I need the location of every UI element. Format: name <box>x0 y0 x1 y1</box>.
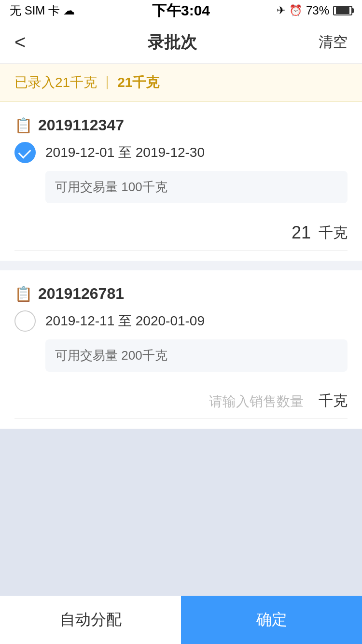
batch-1-row[interactable]: 2019-12-01 至 2019-12-30 <box>14 142 348 163</box>
batch-1-quantity-unit: 千克 <box>319 223 348 243</box>
batch-item-1: 📋 2019112347 2019-12-01 至 2019-12-30 可用交… <box>0 102 362 261</box>
confirm-button[interactable]: 确定 <box>181 596 362 644</box>
batch-2-input-row: 千克 <box>0 381 362 411</box>
recorded-value: 21千克 <box>117 73 159 92</box>
bottom-bar: 自动分配 确定 <box>0 596 362 644</box>
batch-1-id: 2019112347 <box>38 116 124 134</box>
status-right: ✈ ⏰ 73% <box>277 4 352 17</box>
auto-distribute-button[interactable]: 自动分配 <box>0 596 181 644</box>
back-button[interactable]: < <box>14 31 26 53</box>
batch-1-date: 2019-12-01 至 2019-12-30 <box>45 143 205 162</box>
location-icon: ✈ <box>277 4 285 17</box>
batch-2-quantity-input[interactable] <box>166 392 311 410</box>
batch-2-quota: 可用交易量 200千克 <box>45 339 348 372</box>
banner-divider <box>107 76 108 89</box>
section-separator <box>0 261 362 270</box>
batch-2-row[interactable]: 2019-12-11 至 2020-01-09 <box>14 310 348 332</box>
recorded-label: 已录入21千克 <box>14 73 97 92</box>
info-banner: 已录入21千克 21千克 <box>0 64 362 102</box>
batch-2-date: 2019-12-11 至 2020-01-09 <box>45 312 205 330</box>
batch-1-quota: 可用交易量 100千克 <box>45 171 348 203</box>
battery-icon <box>333 6 352 15</box>
alarm-icon: ⏰ <box>289 4 302 17</box>
batch-item-2: 📋 2019126781 2019-12-11 至 2020-01-09 可用交… <box>0 270 362 429</box>
gray-area <box>0 429 362 622</box>
batch-1-radio[interactable] <box>14 142 36 163</box>
batch-2-header: 📋 2019126781 <box>14 285 348 303</box>
page-title: 录批次 <box>148 31 197 54</box>
sim-status: 无 SIM 卡 ☁ <box>10 3 75 18</box>
batch-2-icon: 📋 <box>14 285 32 302</box>
content-area: 📋 2019112347 2019-12-01 至 2019-12-30 可用交… <box>0 102 362 644</box>
batch-2-radio[interactable] <box>14 310 36 332</box>
status-time: 下午3:04 <box>152 1 210 21</box>
clear-button[interactable]: 清空 <box>319 32 348 52</box>
status-left: 无 SIM 卡 ☁ <box>10 3 75 18</box>
batch-1-header: 📋 2019112347 <box>14 116 348 134</box>
batch-1-quantity-row: 21 千克 <box>0 213 362 243</box>
batch-1-icon: 📋 <box>14 117 32 134</box>
batch-1-quantity-value: 21 <box>292 223 311 243</box>
status-bar: 无 SIM 卡 ☁ 下午3:04 ✈ ⏰ 73% <box>0 0 362 21</box>
battery-percent: 73% <box>306 4 329 17</box>
batch-2-input-unit: 千克 <box>319 391 348 411</box>
nav-bar: < 录批次 清空 <box>0 21 362 64</box>
batch-2-id: 2019126781 <box>38 285 124 303</box>
